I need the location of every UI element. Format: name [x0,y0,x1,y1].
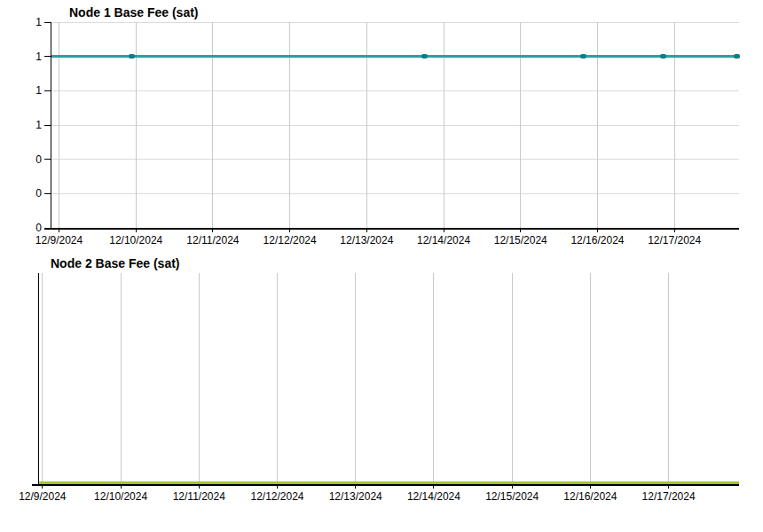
x-axis [32,484,739,486]
h-gridline [51,125,739,126]
y-axis [38,273,39,485]
y-axis-tick [44,22,51,23]
series-marker-dot [580,54,586,59]
x-tick-label: 12/13/2024 [326,234,406,247]
y-axis [51,22,51,229]
y-axis-tick [44,125,51,126]
v-gridline [433,273,434,484]
series-line [51,55,739,58]
x-axis [44,228,739,230]
series-marker-dot [421,54,428,59]
x-tick-label: 12/14/2024 [394,490,474,504]
v-gridline [136,22,137,228]
v-gridline [212,22,213,228]
x-tick-label: 12/9/2024 [20,234,99,247]
y-axis-tick [44,193,51,194]
v-gridline [444,22,444,228]
x-tick-label: 12/16/2024 [557,234,637,247]
h-gridline [51,90,739,91]
v-gridline [289,22,290,228]
y-tick-label: 0 [11,153,42,167]
x-tick-label: 12/15/2024 [481,234,561,247]
x-tick-label: 12/13/2024 [316,490,396,504]
v-gridline [355,273,356,484]
node2-plot-area [38,273,739,484]
node2-base-fee-chart: Node 2 Base Fee (sat) 12/9/202412/10/202… [0,251,763,532]
series-marker-dot [129,54,135,59]
x-tick-label: 12/14/2024 [404,234,484,247]
x-tick-label: 12/17/2024 [634,234,714,247]
h-gridline [51,159,739,160]
y-tick-label: 1 [11,50,42,64]
v-gridline [366,22,367,228]
x-tick-label: 12/9/2024 [3,490,83,504]
node2-chart-title: Node 2 Base Fee (sat) [51,256,180,270]
v-gridline [199,273,200,484]
x-tick-label: 12/11/2024 [159,490,239,504]
v-gridline [674,22,675,228]
node1-chart-title: Node 1 Base Fee (sat) [69,5,199,20]
y-axis-tick [44,159,51,160]
v-gridline [668,273,669,484]
y-tick-label: 0 [11,221,42,235]
y-axis-tick [44,56,51,57]
y-tick-label: 0 [11,186,42,200]
v-gridline [520,22,521,228]
charts-page: Node 1 Base Fee (sat) 000111112/9/202412… [0,0,763,532]
x-tick-label: 12/15/2024 [472,490,552,504]
node1-base-fee-chart: Node 1 Base Fee (sat) 000111112/9/202412… [0,0,763,251]
x-tick-label: 12/10/2024 [81,490,161,504]
x-tick-label: 12/12/2024 [238,490,318,504]
x-tick-label: 12/17/2024 [629,490,709,504]
v-gridline [277,273,278,484]
v-gridline [512,273,513,484]
node1-plot-area [51,22,739,228]
v-gridline [42,273,43,484]
v-gridline [59,22,59,228]
y-axis-tick [44,90,51,91]
v-gridline [590,273,591,484]
v-gridline [121,273,122,484]
series-marker-dot [734,54,740,59]
y-tick-label: 1 [11,15,42,29]
h-gridline [51,193,739,194]
series-marker-dot [660,54,666,59]
y-tick-label: 1 [11,83,42,98]
x-tick-label: 12/16/2024 [550,490,630,504]
x-tick-label: 12/12/2024 [250,234,330,247]
h-gridline [51,22,739,23]
x-tick-label: 12/11/2024 [173,234,253,247]
v-gridline [597,22,598,228]
x-tick-label: 12/10/2024 [96,234,176,247]
y-tick-label: 1 [11,118,42,132]
